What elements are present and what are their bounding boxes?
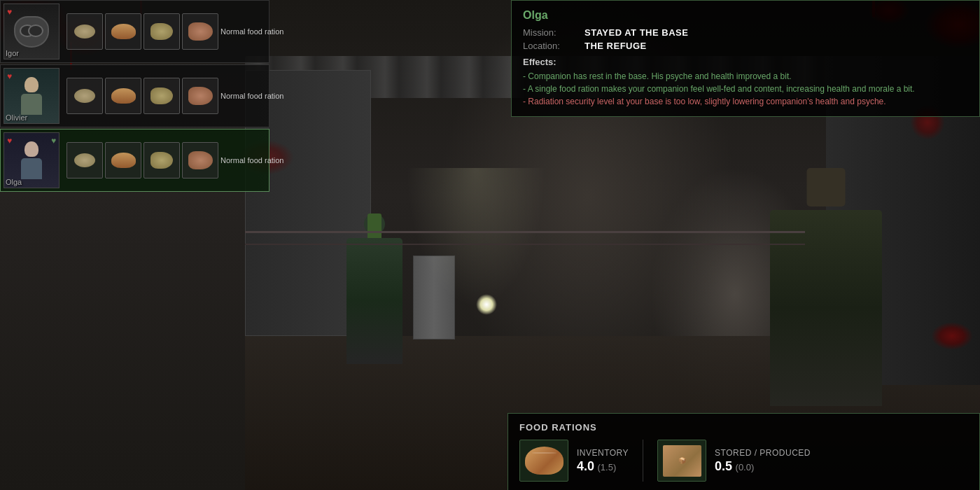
info-effects-label: Effects: xyxy=(523,57,968,67)
effects-list: - Companion has rest in the base. His ps… xyxy=(523,70,968,108)
info-character-name: Olga xyxy=(523,9,968,22)
food-rations-panel: FOOD RATIONS INVENTORY 4.0 (1.5) 📦 xyxy=(507,413,980,490)
box-inner-label: 📦 xyxy=(678,457,686,465)
meat-icon-2 xyxy=(188,87,213,105)
companion-heart2-icon-olga: ♥ xyxy=(51,136,56,146)
companion-name-olga: Olga xyxy=(6,178,22,186)
grain-icon-2 xyxy=(74,89,95,103)
info-location-value: THE REFUGE xyxy=(584,41,647,51)
companions-panel: ♥ Igor Normal food ration ♥ xyxy=(0,0,270,192)
companion-heart-icon: ♥ xyxy=(7,7,12,17)
companion-heart-icon-olga: ♥ xyxy=(7,136,12,146)
meat-icon xyxy=(188,22,213,41)
ration-stored-sub: (0.0) xyxy=(736,462,755,472)
food-item-grain-2 xyxy=(66,78,103,114)
potato-icon-3 xyxy=(150,152,173,169)
character-igor-figure xyxy=(756,161,896,406)
ration-stored-block: 📦 STORED / PRODUCED 0.5 (0.0) xyxy=(657,440,811,482)
companion-food-label-igor: Normal food ration xyxy=(220,27,287,36)
info-mission-value: STAYED AT THE BASE xyxy=(584,27,688,38)
ration-inventory-info: INVENTORY 4.0 (1.5) xyxy=(577,448,629,474)
companion-portrait-olga[interactable]: ♥ ♥ Olga xyxy=(4,132,59,188)
companion-name-igor: Igor xyxy=(6,49,19,57)
info-mission-row: Mission: STAYED AT THE BASE xyxy=(523,27,968,38)
potato-icon xyxy=(150,23,173,40)
ration-inventory-block: INVENTORY 4.0 (1.5) xyxy=(519,440,629,482)
ration-inventory-icon xyxy=(519,440,568,482)
effect-item-3: - Radiation security level at your base … xyxy=(523,95,968,108)
companion-row-igor[interactable]: ♥ Igor Normal food ration xyxy=(0,0,270,63)
companion-row-olivier[interactable]: ♥ Olivier Normal food ration xyxy=(0,64,270,127)
person-head-olga xyxy=(24,141,38,157)
person-body-olivier xyxy=(21,94,42,115)
box-icon: 📦 xyxy=(663,445,701,477)
companion-name-olivier: Olivier xyxy=(6,113,27,122)
companion-portrait-olivier[interactable]: ♥ Olivier xyxy=(4,68,59,124)
potato-icon-2 xyxy=(150,88,173,104)
ration-stored-icon: 📦 xyxy=(657,440,706,482)
companion-food-items-olga: Normal food ration xyxy=(62,139,291,181)
food-item-potato-3 xyxy=(144,142,180,178)
companion-heart-icon-olivier: ♥ xyxy=(7,71,12,81)
ration-stored-value: 0.5 xyxy=(715,459,732,473)
info-location-row: Location: THE REFUGE xyxy=(523,41,968,51)
effect-item-2: - A single food ration makes your compan… xyxy=(523,83,968,95)
food-item-bread-3 xyxy=(105,142,141,178)
rations-row: INVENTORY 4.0 (1.5) 📦 STORED / PRODUCED … xyxy=(519,440,968,482)
companion-food-items-igor: Normal food ration xyxy=(62,10,291,52)
food-item-bread-2 xyxy=(105,78,141,114)
food-item-potato xyxy=(144,13,180,50)
companion-food-items-olivier: Normal food ration xyxy=(62,75,291,117)
gas-mask-icon xyxy=(14,16,49,48)
light-source xyxy=(476,294,497,315)
ration-inventory-value: 4.0 xyxy=(577,459,594,473)
ration-stored-info: STORED / PRODUCED 0.5 (0.0) xyxy=(715,448,811,474)
bread-large-icon xyxy=(525,447,564,475)
food-item-grain xyxy=(66,13,103,50)
character-right-head xyxy=(807,168,846,206)
ration-stored-label: STORED / PRODUCED xyxy=(715,448,811,458)
ration-inventory-sub: (1.5) xyxy=(597,462,616,472)
food-item-meat xyxy=(182,13,218,50)
ration-inventory-label: INVENTORY xyxy=(577,448,629,458)
companion-food-label-olga: Normal food ration xyxy=(220,156,287,164)
food-item-potato-2 xyxy=(144,78,180,114)
food-item-meat-3 xyxy=(182,142,218,178)
ration-stored-value-row: 0.5 (0.0) xyxy=(715,459,811,474)
grain-icon-3 xyxy=(74,153,95,167)
effect-item-1: - Companion has rest in the base. His ps… xyxy=(523,70,968,83)
companion-food-label-olivier: Normal food ration xyxy=(220,92,287,100)
bread-icon-3 xyxy=(111,153,136,168)
ration-divider xyxy=(643,440,643,482)
person-head-olivier xyxy=(24,77,38,92)
food-item-bread xyxy=(105,13,141,50)
person-icon-olga xyxy=(21,141,42,179)
meat-icon-3 xyxy=(188,151,213,169)
info-mission-label: Mission: xyxy=(523,27,579,38)
character-info-panel: Olga Mission: STAYED AT THE BASE Locatio… xyxy=(511,0,980,117)
bread-icon-2 xyxy=(111,88,136,104)
food-item-grain-3 xyxy=(66,142,103,178)
bread-icon xyxy=(111,24,136,39)
companion-portrait-igor[interactable]: ♥ Igor xyxy=(4,4,59,59)
person-icon-olivier xyxy=(21,77,42,115)
ration-inventory-value-row: 4.0 (1.5) xyxy=(577,459,629,474)
grain-icon xyxy=(74,24,95,38)
person-body-olga xyxy=(21,158,42,179)
railing xyxy=(245,231,805,259)
companion-row-olga[interactable]: ♥ ♥ Olga Normal food ration xyxy=(0,129,270,192)
info-location-label: Location: xyxy=(523,41,579,51)
food-rations-title: FOOD RATIONS xyxy=(519,422,968,433)
food-item-meat-2 xyxy=(182,78,218,114)
